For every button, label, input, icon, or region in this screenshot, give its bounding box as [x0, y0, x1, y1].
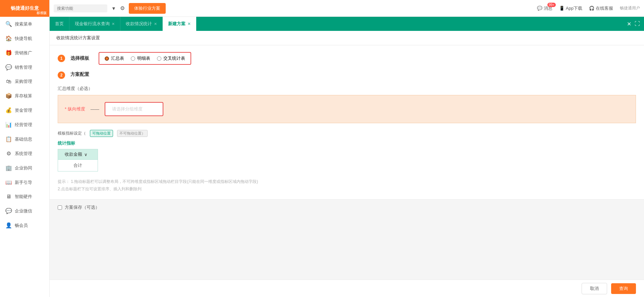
sidebar-item-search-menu[interactable]: 🔍 搜索菜单	[0, 17, 49, 31]
smart-hw-icon: 🖥	[5, 194, 12, 200]
topbar-right: 💬 消息 99+ 📱 App下载 🎧 在线客服 畅捷通用户	[537, 5, 640, 11]
save-plan-checkbox[interactable]	[58, 205, 62, 210]
sidebar-item-basic-info[interactable]: 📋 基础信息	[0, 132, 49, 146]
cancel-button[interactable]: 取消	[582, 283, 607, 294]
save-plan-label: 方案保存（可选）	[65, 204, 100, 210]
close-window-button[interactable]: ✕	[627, 21, 631, 27]
sidebar-item-operations[interactable]: 📊 经营管理	[0, 117, 49, 132]
sidebar-item-label: 快捷导航	[15, 36, 32, 42]
purchase-icon: 🛍	[5, 79, 12, 85]
template-cross-label: 交叉统计表	[163, 55, 185, 61]
tab-receipt-stats[interactable]: 收款情况统计 ✕	[120, 17, 163, 31]
system-icon: ⚙	[5, 150, 12, 157]
app-download-button[interactable]: 📱 App下载	[559, 5, 582, 11]
sidebar-item-label: 销售管理	[15, 64, 32, 70]
sidebar-item-label: 采购管理	[15, 79, 32, 85]
sidebar-item-marketing[interactable]: 🎁 营销推广	[0, 46, 49, 60]
sidebar-item-label: 基础信息	[15, 136, 32, 142]
draggable-tag: 可拖动位置	[90, 130, 113, 137]
sidebar-item-quick-nav[interactable]: 🏠 快捷导航	[0, 31, 49, 46]
sidebar: 畅捷通好生意 标准版 🔍 搜索菜单 🏠 快捷导航 🎁 营销推广 💬 销售管理 🛍…	[0, 0, 50, 297]
sales-icon: 💬	[5, 64, 12, 70]
sidebar-item-member[interactable]: 👤 畅会员	[0, 218, 49, 233]
message-button[interactable]: 💬 消息 99+	[537, 5, 552, 11]
config-section: 汇总维度（必选） * 纵向维度 —— 请选择分组维度 模板指标设定（ 可拖动位置…	[58, 86, 636, 193]
step1-label: 选择模板	[70, 55, 89, 61]
tab-new-plan[interactable]: 新建方案 ✕	[163, 17, 196, 31]
sidebar-item-guide[interactable]: 📖 新手引导	[0, 175, 49, 190]
sidebar-item-collab[interactable]: 🏢 企业协同	[0, 161, 49, 175]
metrics-title: 统计指标	[58, 140, 636, 146]
metrics-data-cell: 合计	[58, 160, 98, 171]
logo-text: 畅捷通好生意	[11, 5, 39, 11]
app-download-icon: 📱	[559, 6, 565, 11]
search-menu-icon: 🔍	[5, 21, 12, 27]
sidebar-item-wechat[interactable]: 💬 企业微信	[0, 204, 49, 218]
wechat-icon: 💬	[5, 208, 12, 214]
sidebar-item-label: 经营管理	[15, 122, 32, 128]
sidebar-item-label: 营销推广	[15, 50, 32, 56]
tab-home[interactable]: 首页	[50, 17, 69, 31]
sidebar-item-sales[interactable]: 💬 销售管理	[0, 60, 49, 75]
sidebar-item-label: 资金管理	[15, 107, 32, 113]
template-detail-radio[interactable]	[131, 56, 135, 61]
query-button[interactable]: 查询	[611, 283, 636, 294]
metrics-header-cell[interactable]: 收款金额 ∨	[58, 149, 98, 160]
version-badge: 标准版	[37, 11, 47, 15]
template-summary-option[interactable]: 汇总表	[105, 55, 124, 61]
template-cross-radio[interactable]	[157, 56, 161, 61]
metrics-table: 收款金额 ∨ 合计	[58, 149, 98, 171]
template-cross-option[interactable]: 交叉统计表	[157, 55, 185, 61]
template-detail-option[interactable]: 明细表	[131, 55, 150, 61]
main-area: ▼ ⚙ 体验行业方案 💬 消息 99+ 📱 App下载 🎧 在线客服 畅捷通用户…	[50, 0, 644, 297]
tabbar-actions: ✕ ⛶	[623, 17, 644, 31]
inventory-icon: 📦	[5, 93, 12, 99]
page-header: 收款情况统计方案设置	[50, 31, 644, 45]
footer-section: 方案保存（可选）	[50, 199, 644, 215]
non-draggable-tag: 不可拖动位置）	[117, 130, 148, 137]
tab-bank-flow[interactable]: 现金银行流水查询 ✕	[69, 17, 120, 31]
industry-plan-button[interactable]: 体验行业方案	[129, 3, 166, 14]
online-service-button[interactable]: 🎧 在线客服	[589, 5, 613, 11]
dropdown-button[interactable]: ▼	[111, 6, 116, 11]
sidebar-item-label: 新手引导	[15, 180, 32, 186]
sidebar-item-label: 搜索菜单	[15, 21, 32, 27]
step2-row: 2 方案配置	[58, 71, 636, 79]
search-input[interactable]	[54, 4, 107, 12]
metrics-section: 模板指标设定（ 可拖动位置 不可拖动位置） 统计指标 收款金额 ∨ 合计	[58, 130, 636, 171]
guide-icon: 📖	[5, 179, 12, 186]
sidebar-item-smart-hw[interactable]: 🖥 智能硬件	[0, 190, 49, 204]
step2-label: 方案配置	[70, 71, 89, 78]
expand-window-button[interactable]: ⛶	[635, 21, 640, 27]
metrics-header-row: 模板指标设定（ 可拖动位置 不可拖动位置）	[58, 130, 636, 137]
template-detail-label: 明细表	[137, 55, 150, 61]
metrics-header-text: 模板指标设定（	[58, 131, 86, 136]
hints: 提示： 1.拖动标题栏可以调整布局，不可跨维度或指标区域拖动栏目字段(只能在同一…	[58, 178, 636, 193]
tab-bank-flow-close[interactable]: ✕	[112, 22, 115, 26]
sidebar-item-finance[interactable]: 💰 资金管理	[0, 103, 49, 117]
operations-icon: 📊	[5, 121, 12, 128]
sidebar-item-label: 企业协同	[15, 165, 32, 171]
finance-icon: 💰	[5, 107, 12, 113]
vertical-dimension-label: * 纵向维度	[65, 106, 85, 112]
dimension-select[interactable]: 请选择分组维度	[105, 102, 163, 116]
sidebar-item-label: 系统管理	[15, 151, 32, 157]
dimension-title: 汇总维度（必选）	[58, 86, 636, 92]
tab-new-plan-close[interactable]: ✕	[187, 22, 191, 26]
sidebar-item-inventory[interactable]: 📦 库存核算	[0, 89, 49, 103]
message-icon: 💬	[537, 6, 542, 11]
step1-row: 1 选择模板 汇总表 明细表 交叉统计表	[58, 52, 636, 65]
tabbar: 首页 现金银行流水查询 ✕ 收款情况统计 ✕ 新建方案 ✕ ✕ ⛶	[50, 17, 644, 31]
sidebar-item-system[interactable]: ⚙ 系统管理	[0, 146, 49, 161]
form-section: 1 选择模板 汇总表 明细表 交叉统计表	[50, 45, 644, 199]
page-title: 收款情况统计方案设置	[56, 35, 100, 40]
home-icon: 🏠	[5, 35, 12, 42]
username-label: 畅捷通用户	[620, 5, 640, 11]
tab-receipt-stats-close[interactable]: ✕	[154, 22, 157, 26]
sidebar-item-label: 库存核算	[15, 93, 32, 99]
member-icon: 👤	[5, 222, 12, 229]
settings-button[interactable]: ⚙	[120, 5, 125, 11]
template-summary-radio[interactable]	[105, 56, 109, 61]
sidebar-item-purchase[interactable]: 🛍 采购管理	[0, 75, 49, 89]
dimension-row: * 纵向维度 —— 请选择分组维度	[65, 102, 629, 116]
